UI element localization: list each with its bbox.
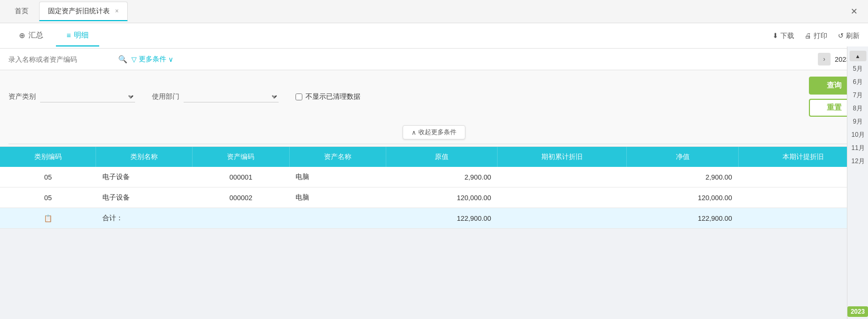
filter-icon: ▽: [131, 55, 137, 63]
col-header-asset-name: 资产名称: [289, 147, 386, 167]
window-close-button[interactable]: ✕: [846, 4, 862, 18]
detail-icon: ≡: [66, 31, 71, 40]
col-header-category-name: 类别名称: [96, 147, 193, 167]
collapse-icon: ∧: [412, 129, 416, 136]
cell-original: 2,900.00: [386, 167, 498, 187]
subtotal-icon: 📋: [0, 208, 96, 229]
sub-tabs: ⊕ 汇总 ≡ 明细: [8, 25, 99, 46]
cell-asset-code: 000002: [193, 187, 289, 208]
cell-category-name: 电子设备: [96, 187, 193, 208]
sidebar-month-item[interactable]: 12月: [848, 155, 867, 168]
filter-area: 资产类别 使用部门: [0, 70, 868, 147]
hide-cleared-group: 不显示已清理数据: [295, 92, 360, 101]
sidebar-month-item[interactable]: 7月: [848, 89, 867, 102]
tab-summary-label: 汇总: [28, 31, 43, 40]
collapse-button[interactable]: ∧ 收起更多条件: [403, 125, 465, 139]
subtotal-row: 📋 合计： 122,900.00 122,900.00: [0, 208, 868, 229]
nav-arrow-right[interactable]: ›: [818, 53, 831, 65]
asset-category-label: 资产类别: [8, 92, 36, 101]
tab-summary[interactable]: ⊕ 汇总: [8, 25, 54, 46]
col-header-original: 原值: [386, 147, 498, 167]
cell-asset-code: 000001: [193, 167, 289, 187]
download-icon: ⬇: [772, 32, 778, 40]
table-row: 05 电子设备 000002 电脑 120,000.00 120,000.00: [0, 187, 868, 208]
sidebar-month-item[interactable]: 5月: [848, 62, 867, 76]
toolbar-right: ⬇ 下载 🖨 打印 ↺ 刷新: [772, 31, 860, 41]
department-select[interactable]: [184, 91, 279, 102]
sidebar-month-item[interactable]: 11月: [848, 142, 867, 155]
download-button[interactable]: ⬇ 下载: [772, 31, 794, 41]
filter-row: 资产类别 使用部门: [8, 77, 860, 117]
asset-category-group: 资产类别: [8, 91, 135, 102]
table-row: 05 电子设备 000001 电脑 2,900.00 2,900.00: [0, 167, 868, 187]
search-icon[interactable]: 🔍: [118, 55, 127, 63]
refresh-button[interactable]: ↺ 刷新: [838, 31, 860, 41]
sidebar-month-item[interactable]: 8月: [848, 102, 867, 115]
asset-category-select[interactable]: [40, 91, 135, 102]
department-label: 使用部门: [152, 92, 179, 101]
subtotal-original: 122,900.00: [386, 208, 498, 229]
department-group: 使用部门: [152, 91, 279, 102]
download-label: 下载: [780, 31, 794, 41]
sidebar-month-item[interactable]: 9月: [848, 115, 867, 128]
print-icon: 🖨: [805, 32, 812, 40]
cell-accum-depr: [498, 167, 627, 187]
col-header-asset-code: 资产编码: [193, 147, 289, 167]
asset-category-select-wrap: [40, 91, 135, 102]
col-header-net-value: 净值: [627, 147, 739, 167]
collapse-row: ∧ 收起更多条件: [8, 121, 860, 144]
tab-detail-label: 明细: [74, 31, 89, 40]
main-content: ⊕ 汇总 ≡ 明细 ⬇ 下载 🖨 打印 ↺ 刷: [0, 23, 868, 319]
cell-category-code: 05: [0, 167, 96, 187]
hide-cleared-label: 不显示已清理数据: [306, 92, 360, 101]
sidebar-months: 5月6月7月8月9月10月11月12月: [848, 62, 867, 168]
col-header-accum-depr: 期初累计折旧: [498, 147, 627, 167]
right-sidebar: ▲ 5月6月7月8月9月10月11月12月 2023: [847, 46, 868, 319]
sidebar-month-item[interactable]: 6月: [848, 76, 867, 89]
subtotal-label: 合计：: [96, 208, 386, 229]
subtotal-net-value: 122,900.00: [627, 208, 739, 229]
table-wrap: 类别编码 类别名称 资产编码 资产名称 原值 期初累计折旧 净值 本期计提折旧 …: [0, 147, 868, 319]
cell-net-value: 120,000.00: [627, 187, 739, 208]
tab-active[interactable]: 固定资产折旧统计表 ×: [39, 2, 128, 21]
col-header-category-code: 类别编码: [0, 147, 96, 167]
chevron-down-icon: ∨: [168, 55, 174, 63]
refresh-label: 刷新: [846, 31, 860, 41]
print-button[interactable]: 🖨 打印: [805, 31, 827, 41]
cell-net-value: 2,900.00: [627, 167, 739, 187]
sidebar-year-badge: 2023: [847, 306, 868, 317]
cell-original: 120,000.00: [386, 187, 498, 208]
active-tab-label: 固定资产折旧统计表: [48, 6, 110, 16]
department-select-wrap: [184, 91, 279, 102]
hide-cleared-checkbox[interactable]: [295, 93, 302, 100]
sidebar-scroll-up[interactable]: ▲: [850, 51, 866, 61]
print-label: 打印: [814, 31, 827, 41]
refresh-icon: ↺: [838, 32, 844, 40]
tab-detail[interactable]: ≡ 明细: [56, 25, 99, 46]
table-header-row: 类别编码 类别名称 资产编码 资产名称 原值 期初累计折旧 净值 本期计提折旧: [0, 147, 868, 167]
cell-asset-name: 电脑: [289, 187, 386, 208]
tab-home[interactable]: 首页: [6, 2, 37, 21]
summary-icon: ⊕: [19, 31, 25, 40]
more-filter-label: 更多条件: [139, 54, 166, 64]
more-filter-button[interactable]: ▽ 更多条件 ∨: [131, 54, 174, 64]
search-bar: 🔍 ▽ 更多条件 ∨ › 2023.01: [0, 49, 868, 70]
content-area: ⊕ 汇总 ≡ 明细 ⬇ 下载 🖨 打印 ↺ 刷: [0, 23, 868, 319]
collapse-label: 收起更多条件: [418, 128, 456, 137]
subtotal-accum-depr: [498, 208, 627, 229]
cell-asset-name: 电脑: [289, 167, 386, 187]
sidebar-month-item[interactable]: 10月: [848, 128, 867, 142]
search-input[interactable]: [8, 55, 114, 63]
cell-accum-depr: [498, 187, 627, 208]
tab-bar: 首页 固定资产折旧统计表 × ✕: [0, 0, 868, 23]
cell-category-code: 05: [0, 187, 96, 208]
sub-tab-bar: ⊕ 汇总 ≡ 明细 ⬇ 下载 🖨 打印 ↺ 刷: [0, 23, 868, 49]
data-table: 类别编码 类别名称 资产编码 资产名称 原值 期初累计折旧 净值 本期计提折旧 …: [0, 147, 868, 229]
tab-close-icon[interactable]: ×: [115, 7, 119, 15]
cell-category-name: 电子设备: [96, 167, 193, 187]
